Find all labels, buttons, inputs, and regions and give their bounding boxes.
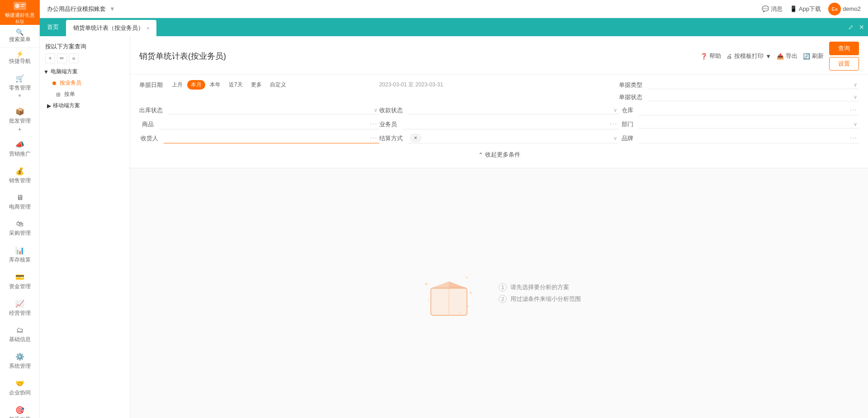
edit-scheme-btn[interactable]: ✏ [57, 53, 67, 63]
mobile-scheme-category[interactable]: ▶ 移动端方案 [40, 100, 130, 111]
outbound-select[interactable]: ∨ [168, 106, 379, 114]
finance-label: 资金管理 [9, 283, 31, 290]
refresh-btn[interactable]: 🔄 刷新 [803, 52, 824, 60]
message-icon: 💬 [762, 5, 769, 12]
sidebar-item-retail[interactable]: 🛒 零售管理 ▼ [0, 70, 39, 103]
sidebar-item-system[interactable]: ⚙️ 系统管理 [0, 348, 39, 375]
sidebar-logo: 畅捷通好生意 标版 [0, 0, 40, 25]
custom-btn[interactable]: 自定义 [266, 80, 290, 90]
sidebar-item-basic[interactable]: 🗂 基础信息 [0, 322, 39, 348]
collapse-panel-btn[interactable]: « [69, 53, 79, 63]
add-scheme-btn[interactable]: + [45, 53, 55, 63]
brand-input[interactable]: ··· [639, 133, 859, 143]
finance-icon: 💳 [15, 273, 24, 281]
purchase-icon: 🛍 [16, 220, 24, 228]
doc-status-select[interactable]: ∨ [648, 93, 859, 101]
export-btn[interactable]: 📤 导出 [777, 52, 797, 60]
svg-text:✦: ✦ [465, 275, 468, 280]
this-month-btn[interactable]: 本月 [187, 80, 205, 90]
warehouse-label: 仓库 [619, 106, 637, 114]
warehouse-input[interactable]: ··· [639, 105, 859, 115]
settings-btn[interactable]: 设置 [829, 57, 859, 71]
last-month-btn[interactable]: 上月 [168, 80, 186, 90]
filter-cell-salesperson: 业务员 ··· [379, 119, 619, 129]
svg-text:✦: ✦ [458, 311, 461, 315]
salesperson-input[interactable]: ··· [402, 119, 619, 129]
salesperson-dots: ··· [610, 120, 617, 128]
refresh-icon: 🔄 [803, 53, 810, 60]
marketing-icon: 📣 [15, 140, 24, 149]
sidebar-item-purchase[interactable]: 🛍 采购管理 [0, 215, 39, 242]
svg-marker-6 [449, 281, 467, 288]
message-btn[interactable]: 💬 消息 [762, 5, 783, 13]
operation-icon: 📈 [15, 299, 24, 308]
sidebar-item-ecommerce[interactable]: 🖥 电商管理 [0, 189, 39, 215]
enterprise-icon: 🤝 [15, 379, 24, 388]
filter-row-4: 收货人 ··· 结算方式 × ∨ [139, 133, 859, 143]
system-icon: ⚙️ [15, 352, 24, 361]
tree-item-by-order[interactable]: ⊞ 按单 [40, 89, 130, 100]
tab-close-btn[interactable]: × [146, 25, 149, 31]
quick-nav-label: 快捷导航 [0, 57, 39, 65]
department-select[interactable]: ∨ [639, 120, 859, 128]
sidebar-item-inventory[interactable]: 📊 库存核算 [0, 242, 39, 268]
left-panel: 按以下方案查询 + ✏ « ▼ 电脑端方案 按业务员 ⊞ 按单 ▶ 移动端 [40, 36, 130, 418]
mobile-arrow: ▶ [47, 103, 51, 109]
settlement-tag-remove[interactable]: × [414, 135, 417, 141]
logo-text: 畅捷通好生意 [5, 12, 35, 19]
sidebar-item-finance[interactable]: 💳 资金管理 [0, 268, 39, 295]
more-btn[interactable]: 更多 [247, 80, 265, 90]
product-label: 商品 [139, 120, 157, 128]
brand-dots: ··· [850, 134, 857, 142]
filter-row-2: 出库状态 ∨ 收款状态 ∨ 仓库 [139, 105, 859, 115]
sidebar-item-enterprise[interactable]: 🤝 企业协同 [0, 375, 39, 401]
close-window-icon[interactable]: ✕ [859, 24, 864, 31]
warehouse-dots: ··· [850, 106, 857, 114]
collapse-label: 收起更多条件 [485, 151, 520, 159]
svg-point-14 [467, 305, 469, 307]
print-btn[interactable]: 🖨 按模板打印 ▼ [726, 52, 771, 60]
empty-step-2: 2 用过滤条件来缩小分析范围 [499, 295, 581, 303]
sidebar-item-sales[interactable]: 💰 销售管理 [0, 162, 39, 189]
product-input[interactable]: ··· [159, 119, 379, 129]
sidebar-item-operation[interactable]: 📈 经营管理 [0, 295, 39, 322]
sidebar-item-marketing[interactable]: 📣 营销推广 [0, 136, 39, 162]
tab-sales-stat[interactable]: 销货单统计表（按业务员） × [66, 20, 156, 36]
filter-cell-date: 单据日期 上月 本月 本年 近7天 更多 自定义 [139, 80, 379, 90]
ecommerce-icon: 🖥 [16, 194, 24, 202]
retail-label: 零售管理 [9, 84, 31, 92]
mobile-scheme-label: 移动端方案 [53, 102, 80, 109]
payment-select[interactable]: ∨ [408, 106, 619, 114]
sidebar-search[interactable]: 🔍 搜索菜单 [0, 25, 39, 48]
quick-nav[interactable]: ⚡ 快捷导航 [0, 48, 39, 68]
doc-type-select[interactable]: ∨ [648, 81, 859, 89]
desktop-scheme-category: ▼ 电脑端方案 [40, 66, 130, 77]
tab-home[interactable]: 首页 [40, 18, 66, 36]
filter-cell-docstatus: 单据状态 ∨ [619, 93, 859, 101]
logo-icon [13, 0, 27, 11]
outbound-arrow: ∨ [374, 107, 377, 113]
user-avatar-area[interactable]: Ea demo2 [828, 3, 861, 15]
filter-cell-doctype: 单据类型 ∨ [619, 80, 859, 90]
sidebar-item-newbie[interactable]: 🎯 新手引导 [0, 401, 39, 418]
workspace-dropdown-icon[interactable]: ▼ [109, 5, 115, 12]
tab-maximize-btn[interactable]: ⤢ ✕ [848, 24, 864, 31]
filter-row-3: 商品 ··· 业务员 ··· 部门 [139, 119, 859, 129]
sidebar: 畅捷通好生意 标版 🔍 搜索菜单 ⚡ 快捷导航 🛒 零售管理 ▼ 📦 批发管理 … [0, 0, 40, 418]
help-btn[interactable]: ❓ 帮助 [700, 52, 721, 60]
collapse-chevron: ⌃ [478, 152, 483, 158]
this-year-btn[interactable]: 本年 [206, 80, 224, 90]
filter-row-1: 单据日期 上月 本月 本年 近7天 更多 自定义 2023-03-01 至 20… [139, 80, 859, 90]
marketing-label: 营销推广 [9, 150, 31, 158]
last7-btn[interactable]: 近7天 [225, 80, 246, 90]
newbie-label: 新手引导 [9, 416, 31, 418]
sidebar-item-wholesale[interactable]: 📦 批发管理 ▲ [0, 103, 39, 136]
app-download-btn[interactable]: 📱 App下载 [790, 5, 821, 13]
receiver-input[interactable]: ··· [164, 133, 379, 143]
settlement-select[interactable]: × ∨ [408, 133, 619, 143]
collapse-btn[interactable]: ⌃ 收起更多条件 [478, 149, 520, 161]
topbar: 办公用品行业模拟账套 ▼ 💬 消息 📱 App下载 Ea demo2 [40, 0, 868, 18]
tree-item-by-salesperson[interactable]: 按业务员 [40, 77, 130, 89]
query-btn[interactable]: 查询 [829, 42, 859, 55]
export-icon: 📤 [777, 53, 784, 60]
